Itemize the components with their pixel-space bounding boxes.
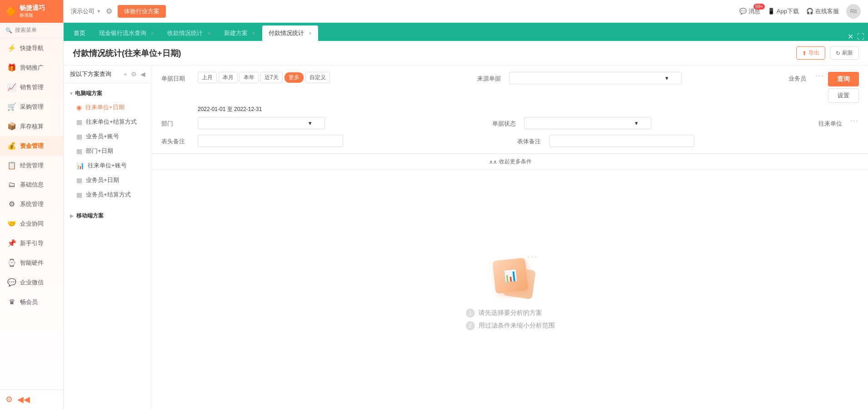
sidebar-item-finance[interactable]: 💰 资金管理 [0,136,63,156]
settings-gear-icon[interactable]: ⚙ [5,394,13,404]
app-name: 畅捷通巧 [20,4,45,12]
collapse-label: 收起更多条件 [499,158,532,166]
tab-receivable[interactable]: 收款情况统计 × [161,25,216,41]
tab-home[interactable]: 首页 [67,25,92,41]
tab-payment-close-icon[interactable]: × [309,30,311,36]
empty-hint-1-text: 请先选择要分析的方案 [479,309,542,317]
sidebar-item-inventory[interactable]: 📦 库存核算 [0,116,63,136]
app-download[interactable]: 📱 App下载 [768,7,799,15]
header-note-input[interactable] [198,135,343,147]
sidebar-item-sales[interactable]: 📈 销售管理 [0,77,63,97]
tab-bank[interactable]: 现金银行流水查询 × [93,25,160,41]
message-icon: 💬 [739,8,747,15]
date-btn-last-7days[interactable]: 近7天 [260,72,283,83]
sidebar-item-purchase[interactable]: 🛒 采购管理 [0,97,63,116]
sidebar-item-label: 库存核算 [20,122,44,131]
left-panel-actions: + ⚙ ◀ [124,71,145,78]
tab-payment[interactable]: 付款情况统计 × [262,25,318,41]
close-all-icon[interactable]: ✕ [848,32,853,41]
plan-item-staff-account[interactable]: ▦ 业务员+账号 [64,129,152,144]
sidebar-item-member[interactable]: ♛ 畅会员 [0,292,63,312]
hardware-icon: ⌚ [7,258,16,267]
plan-settings-icon[interactable]: ⚙ [131,71,137,78]
sidebar-item-label: 企业微信 [20,278,44,287]
desktop-section-title[interactable]: ▾ 电脑端方案 [64,87,152,100]
source-dropdown-icon: ▾ [665,75,668,81]
purchase-icon: 🛒 [7,102,16,111]
trial-button[interactable]: 体验行业方案 [118,5,166,18]
export-button[interactable]: ⬆ 导出 [796,46,825,60]
sidebar-item-basic-info[interactable]: 🗂 基础信息 [0,175,63,194]
collapse-sidebar-icon[interactable]: ◀◀ [17,394,30,404]
date-btn-this-year[interactable]: 本年 [239,72,259,83]
user-avatar[interactable]: Rit [846,4,861,19]
page-header: 付款情况统计(往来单位+日期) ⬆ 导出 ↻ 刷新 [64,41,868,66]
body-area: 按以下方案查询 + ⚙ ◀ ▾ 电脑端方案 ◉ 往来单位+日期 [64,66,868,409]
refresh-icon: ↻ [836,50,840,56]
sidebar-item-label: 销售管理 [20,83,44,91]
date-btn-more[interactable]: 更多 [284,72,304,83]
plan-item-staff-settle[interactable]: ▦ 业务员+结算方式 [64,187,152,202]
voucher-status-select[interactable]: ▾ [524,117,651,129]
sales-icon: 📈 [7,83,16,91]
sidebar-item-wechat[interactable]: 💬 企业微信 [0,273,63,292]
tab-new-plan[interactable]: 新建方案 × [218,25,261,41]
plan-item-unit-settle[interactable]: ▦ 往来单位+结算方式 [64,115,152,129]
page-actions: ⬆ 导出 ↻ 刷新 [796,46,859,60]
partner-dots[interactable]: ··· [850,117,859,125]
quick-nav-icon: ⚡ [7,44,16,52]
empty-text-block: 1 请先选择要分析的方案 2 用过滤条件来缩小分析范围 [466,308,555,330]
plan-item-unit-date[interactable]: ◉ 往来单位+日期 [64,100,152,115]
add-plan-icon[interactable]: + [124,71,127,78]
plan-label-dept-date: 部门+日期 [86,147,113,155]
expand-icon[interactable]: ⛶ [857,33,864,41]
avatar-text: Rit [850,8,857,15]
mobile-section-title[interactable]: ▶ 移动端方案 [64,209,152,222]
sidebar-search[interactable]: 🔍 搜索菜单 [0,23,63,38]
collapse-bar[interactable]: ∧∧ 收起更多条件 [152,154,868,170]
plan-label-unit-account: 往来单位+账号 [88,162,127,170]
dept-select[interactable]: ▾ [198,117,325,129]
sidebar-item-label: 经营管理 [20,162,44,170]
app-logo: 🔶 畅捷通巧 标准版 [0,0,63,23]
download-icon: 📱 [768,8,775,15]
sidebar-item-hardware[interactable]: ⌚ 智能硬件 [0,253,63,273]
main-area: 演示公司 ▾ ⚙ 体验行业方案 💬 消息 99+ 📱 App下载 🎧 在线客服 … [64,0,868,409]
refresh-button[interactable]: ↻ 刷新 [830,46,859,60]
date-btn-this-month[interactable]: 本月 [219,72,238,83]
company-selector[interactable]: 演示公司 ▾ [71,7,100,15]
settings-button[interactable]: 设置 [828,88,859,103]
date-btn-custom[interactable]: 自定义 [305,72,330,83]
source-select[interactable]: ▾ [509,72,682,84]
sidebar-item-label: 营销推广 [20,64,44,72]
query-button[interactable]: 查询 [828,72,859,86]
sidebar-item-guide[interactable]: 📌 新手引导 [0,233,63,253]
topbar-right: 💬 消息 99+ 📱 App下载 🎧 在线客服 Rit [739,4,861,19]
plan-icon-dept-date: ▦ [76,147,82,155]
staff-dots[interactable]: ··· [816,72,824,80]
plan-item-dept-date[interactable]: ▦ 部门+日期 [64,144,152,158]
body-note-input[interactable] [549,135,694,147]
sidebar-item-marketing[interactable]: 🎁 营销推广 [0,58,63,77]
sidebar-item-cooperation[interactable]: 🤝 企业协同 [0,214,63,233]
app-edition: 标准版 [20,12,45,19]
date-btn-last-month[interactable]: 上月 [198,72,217,83]
voucher-status-content: ▾ [524,117,809,129]
header-note-content [198,135,508,147]
sidebar-item-system[interactable]: ⚙ 系统管理 [0,194,63,214]
plan-item-unit-account[interactable]: 📊 往来单位+账号 [64,158,152,173]
empty-num-2: 2 [466,321,475,330]
tab-receivable-close-icon[interactable]: × [207,30,210,36]
tab-receivable-label: 收款情况统计 [167,29,203,37]
tab-new-plan-close-icon[interactable]: × [252,30,255,36]
plan-item-staff-date[interactable]: ▦ 业务员+日期 [64,173,152,187]
online-support[interactable]: 🎧 在线客服 [806,7,839,15]
tab-bank-close-icon[interactable]: × [151,30,154,36]
message-badge[interactable]: 💬 消息 99+ [739,7,760,15]
sidebar-item-quick-nav[interactable]: ⚡ 快捷导航 [0,38,63,58]
body-note-label: 表体备注 [517,135,549,146]
system-icon: ⚙ [7,200,16,208]
topbar-gear-icon[interactable]: ⚙ [106,7,112,15]
panel-collapse-icon[interactable]: ◀ [140,71,145,78]
sidebar-item-operation[interactable]: 📋 经营管理 [0,156,63,175]
